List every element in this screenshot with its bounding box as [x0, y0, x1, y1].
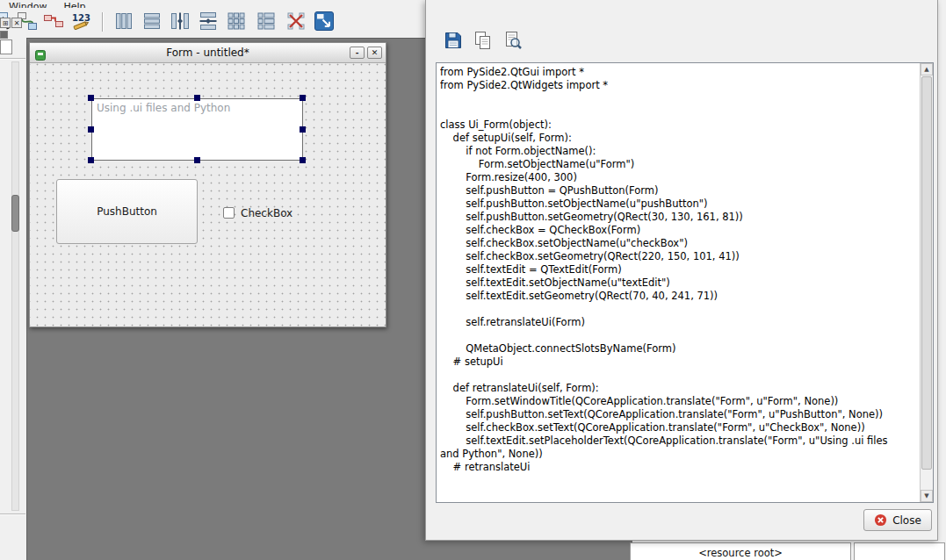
- code-line: Form.resize(400, 300): [440, 171, 917, 184]
- code-line: self.checkBox.setObjectName(u"checkBox"): [440, 237, 917, 250]
- left-panel-divider: [0, 58, 25, 59]
- checkbox-indicator[interactable]: [223, 207, 235, 219]
- checkbox-widget[interactable]: CheckBox: [223, 195, 312, 231]
- code-line: if not Form.objectName():: [440, 145, 917, 158]
- menu-window[interactable]: Window: [9, 1, 47, 8]
- edit-tab-order-icon[interactable]: 123: [70, 10, 93, 32]
- selection-handle-e[interactable]: [300, 126, 306, 133]
- find-icon[interactable]: [502, 30, 524, 51]
- code-line: Form.setObjectName(u"Form"): [440, 158, 917, 171]
- resource-side-box: [854, 542, 945, 560]
- selection-handle-sw[interactable]: [88, 157, 94, 163]
- code-line: self.textEdit = QTextEdit(Form): [440, 263, 917, 276]
- resource-root-item[interactable]: <resource root>: [630, 542, 851, 560]
- code-line: self.pushButton.setGeometry(QRect(30, 13…: [440, 211, 917, 224]
- lay-out-vertically-in-splitter-icon[interactable]: [197, 10, 220, 32]
- code-dialog-toolbar: [443, 30, 524, 51]
- left-scrollbar-thumb[interactable]: [11, 195, 19, 232]
- code-line: QMetaObject.connectSlotsByName(Form): [440, 342, 917, 355]
- left-panel-divider-bottom: [0, 513, 25, 514]
- code-line: self.checkBox.setGeometry(QRect(220, 150…: [440, 250, 917, 263]
- widgetbox-filter-input[interactable]: [0, 39, 12, 54]
- selection-handle-nw[interactable]: [88, 95, 94, 101]
- copy-icon[interactable]: [473, 30, 494, 51]
- code-line: from PySide2.QtWidgets import *: [440, 79, 917, 92]
- code-preview-dialog: from PySide2.QtGui import *from PySide2.…: [425, 0, 938, 541]
- form-window-title: Form - untitled*: [30, 47, 386, 59]
- dock-titlebar: ⊞ ✕: [0, 18, 22, 28]
- dock-close-icon[interactable]: ✕: [11, 18, 22, 28]
- lay-out-in-grid-icon[interactable]: [225, 10, 248, 32]
- selection-handle-w[interactable]: [88, 126, 94, 133]
- menu-help[interactable]: Help: [63, 1, 85, 8]
- close-circle-icon: [874, 513, 887, 527]
- checkbox-label: CheckBox: [241, 207, 292, 219]
- form-canvas[interactable]: Using .ui files and Python PushButton Ch…: [30, 63, 386, 327]
- code-vertical-scrollbar[interactable]: ▲ ▼: [920, 63, 933, 502]
- code-line: # setupUi: [440, 355, 917, 369]
- scroll-up-icon[interactable]: ▲: [921, 63, 933, 75]
- code-line: self.retranslateUi(Form): [440, 316, 917, 329]
- pushbutton-widget[interactable]: PushButton: [56, 179, 198, 244]
- save-icon[interactable]: [443, 30, 464, 51]
- code-line: # retranslateUi: [440, 461, 917, 474]
- lay-out-horizontally-in-splitter-icon[interactable]: [169, 10, 191, 32]
- selection-handle-n[interactable]: [194, 95, 200, 101]
- dock-mini-icon: [0, 31, 8, 39]
- qt-designer-window: Window Help 123: [0, 0, 946, 560]
- textedit-widget[interactable]: Using .ui files and Python: [91, 98, 303, 161]
- scrollbar-thumb[interactable]: [921, 76, 932, 470]
- code-line: Form.setWindowTitle(QCoreApplication.tra…: [440, 395, 917, 408]
- code-line: self.pushButton.setObjectName(u"pushButt…: [440, 197, 917, 211]
- form-designer-window: Form - untitled* - ✕ Using .ui files and…: [29, 42, 386, 327]
- code-line: [440, 105, 917, 118]
- selection-handle-s[interactable]: [194, 157, 200, 163]
- close-button[interactable]: Close: [863, 509, 932, 531]
- break-layout-icon[interactable]: [285, 10, 307, 32]
- code-line: self.pushButton = QPushButton(Form): [440, 184, 917, 197]
- dock-panel-icon: ⊞: [0, 18, 11, 28]
- code-line: self.checkBox = QCheckBox(Form): [440, 224, 917, 237]
- svg-text:123: 123: [72, 13, 90, 23]
- code-editor[interactable]: from PySide2.QtGui import *from PySide2.…: [440, 66, 917, 500]
- code-line: [440, 92, 917, 105]
- adjust-size-icon[interactable]: [313, 10, 336, 32]
- code-line: class Ui_Form(object):: [440, 118, 917, 132]
- edit-buddies-icon[interactable]: [42, 10, 65, 32]
- code-line: from PySide2.QtGui import *: [440, 66, 917, 79]
- code-line: def retranslateUi(self, Form):: [440, 382, 917, 395]
- scroll-down-icon[interactable]: ▼: [921, 490, 933, 502]
- code-line: and Python", None)): [440, 448, 917, 461]
- close-button-label: Close: [892, 514, 921, 527]
- lay-out-in-form-layout-icon[interactable]: [255, 10, 278, 32]
- selection-handle-ne[interactable]: [300, 95, 306, 101]
- toolbar-separator: [102, 12, 103, 32]
- left-scrollbar-track[interactable]: [11, 61, 19, 511]
- lay-out-horizontally-icon[interactable]: [112, 10, 135, 32]
- form-window-titlebar[interactable]: Form - untitled* - ✕: [30, 43, 386, 63]
- code-line: def setupUi(self, Form):: [440, 132, 917, 145]
- code-line: self.textEdit.setGeometry(QRect(70, 40, …: [440, 290, 917, 303]
- code-line: self.textEdit.setPlaceholderText(QCoreAp…: [440, 434, 917, 448]
- code-view: from PySide2.QtGui import *from PySide2.…: [436, 62, 934, 503]
- code-line: [440, 303, 917, 316]
- code-line: self.pushButton.setText(QCoreApplication…: [440, 408, 917, 421]
- code-line: [440, 329, 917, 342]
- lay-out-vertically-icon[interactable]: [141, 10, 163, 32]
- code-line: self.textEdit.setObjectName(u"textEdit"): [440, 276, 917, 290]
- selection-handle-se[interactable]: [300, 157, 306, 163]
- code-line: [440, 369, 917, 382]
- code-line: self.checkBox.setText(QCoreApplication.t…: [440, 421, 917, 434]
